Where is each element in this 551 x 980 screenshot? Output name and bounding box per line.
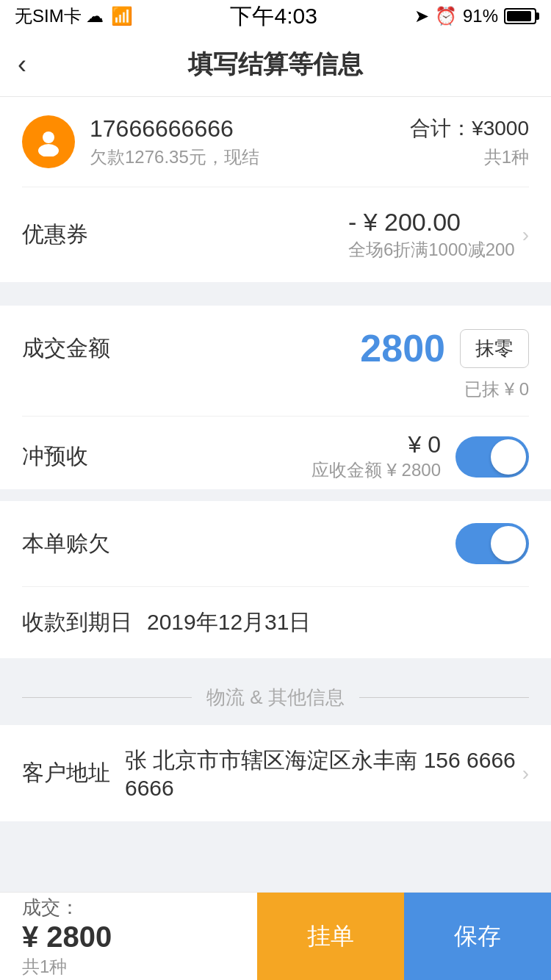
wifi-icon: 📶 (111, 6, 133, 26)
amount-sub-text: 已抹 ¥ 0 (22, 378, 529, 416)
divider-line-left (22, 697, 192, 698)
page-title: 填写结算等信息 (188, 48, 363, 82)
amount-label: 成交金额 (22, 334, 110, 364)
bottom-bar: 成交： ¥ 2800 共1种 挂单 保存 (0, 892, 551, 980)
avatar (22, 115, 75, 168)
due-date-row: 收款到期日 2019年12月31日 (22, 586, 529, 658)
prepay-row: 冲预收 ¥ 0 应收金额 ¥ 2800 (22, 416, 529, 489)
status-bar: 无SIM卡 ☁ 📶 下午4:03 ➤ ⏰ 91% (0, 0, 551, 32)
save-button[interactable]: 保存 (404, 893, 551, 981)
coupon-row[interactable]: 优惠券 - ¥ 200.00 全场6折满1000减200 › (22, 187, 529, 282)
divider-line-right (359, 697, 529, 698)
svg-point-1 (38, 144, 59, 156)
address-row[interactable]: 客户地址 张 北京市市辖区海淀区永丰南 156 6666 6666 › (22, 725, 529, 821)
location-icon: ➤ (414, 6, 429, 26)
address-chevron-icon: › (522, 762, 529, 785)
user-left: 17666666666 欠款1276.35元，现结 (22, 115, 259, 169)
prepay-sub: 应收金额 ¥ 2800 (311, 458, 441, 482)
status-right: ➤ ⏰ 91% (414, 6, 536, 26)
debt-label: 本单赊欠 (22, 529, 110, 559)
sim-text: 无SIM卡 ☁ (15, 4, 104, 28)
address-section: 客户地址 张 北京市市辖区海淀区永丰南 156 6666 6666 › (0, 725, 551, 821)
prepay-value-group: ¥ 0 应收金额 ¥ 2800 (311, 431, 441, 482)
due-date-label: 收款到期日 (22, 608, 132, 638)
coupon-desc: 全场6折满1000减200 (348, 238, 515, 262)
prepay-value: ¥ 0 (311, 431, 441, 458)
chevron-right-icon: › (522, 223, 529, 247)
back-button[interactable]: ‹ (18, 49, 26, 80)
total-label: 合计：¥3000 (410, 115, 529, 143)
alarm-icon: ⏰ (435, 6, 457, 26)
debt-section: 本单赊欠 收款到期日 2019年12月31日 (0, 501, 551, 658)
user-details: 17666666666 欠款1276.35元，现结 (90, 115, 259, 169)
address-value: 张 北京市市辖区海淀区永丰南 156 6666 6666 (125, 746, 522, 801)
coupon-right: - ¥ 200.00 全场6折满1000减200 › (348, 208, 529, 262)
svg-point-0 (43, 131, 54, 143)
amount-right: 2800 抹零 (360, 326, 529, 370)
prepay-label: 冲预收 (22, 442, 88, 472)
user-phone: 17666666666 (90, 115, 259, 143)
user-total: 合计：¥3000 共1种 (410, 115, 529, 169)
bottom-count: 共1种 (22, 955, 235, 979)
user-info-section: 17666666666 欠款1276.35元，现结 合计：¥3000 共1种 优… (0, 97, 551, 282)
status-left: 无SIM卡 ☁ 📶 (15, 4, 133, 28)
debt-toggle-knob (491, 526, 526, 561)
logistics-divider: 物流 & 其他信息 (0, 670, 551, 725)
coupon-info: - ¥ 200.00 全场6折满1000减200 (348, 208, 515, 262)
hold-button[interactable]: 挂单 (257, 893, 404, 981)
deal-label: 成交： (22, 895, 235, 920)
debt-row: 本单赊欠 (22, 501, 529, 586)
prepay-right: ¥ 0 应收金额 ¥ 2800 (311, 431, 529, 482)
battery-fill (507, 11, 531, 21)
round-button[interactable]: 抹零 (460, 329, 529, 368)
amount-value: 2800 (360, 326, 445, 370)
battery-text: 91% (463, 6, 498, 26)
gray-separator-1 (0, 294, 551, 306)
coupon-label: 优惠券 (22, 220, 88, 250)
amount-row: 成交金额 2800 抹零 (22, 306, 529, 378)
toggle-knob (491, 439, 526, 475)
logistics-label: 物流 & 其他信息 (206, 685, 345, 710)
total-count: 共1种 (410, 145, 529, 169)
bottom-left: 成交： ¥ 2800 共1种 (0, 895, 257, 979)
debt-toggle[interactable] (455, 523, 529, 564)
user-sub-text: 欠款1276.35元，现结 (90, 145, 259, 169)
user-info-row: 17666666666 欠款1276.35元，现结 合计：¥3000 共1种 (22, 97, 529, 187)
battery-icon (504, 8, 536, 24)
address-label: 客户地址 (22, 758, 110, 788)
gray-separator-2 (0, 489, 551, 501)
prepay-toggle[interactable] (455, 436, 529, 478)
nav-bar: ‹ 填写结算等信息 (0, 32, 551, 97)
bottom-amount: ¥ 2800 (22, 920, 235, 954)
coupon-discount: - ¥ 200.00 (348, 208, 515, 237)
status-time: 下午4:03 (230, 1, 317, 32)
amount-section: 成交金额 2800 抹零 已抹 ¥ 0 冲预收 ¥ 0 应收金额 ¥ 2800 (0, 306, 551, 489)
due-date-value: 2019年12月31日 (147, 608, 311, 638)
